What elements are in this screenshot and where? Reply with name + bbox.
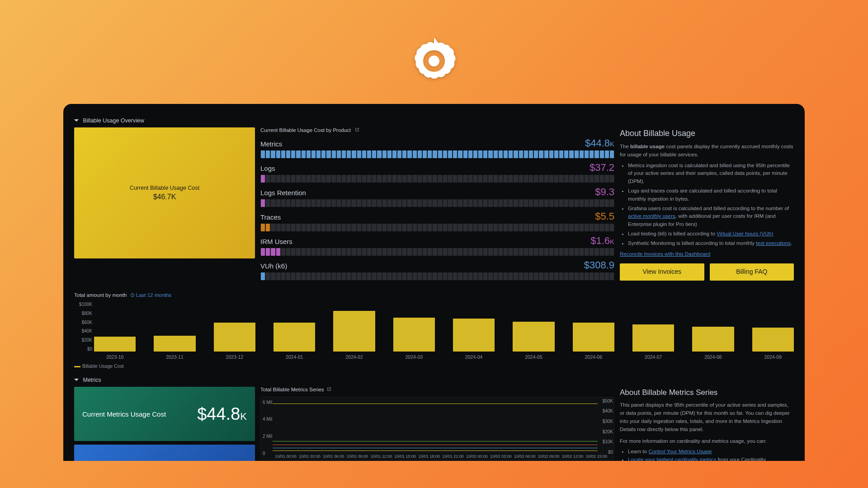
about-title: About Billable Usage [620,127,794,140]
cardinality-link[interactable]: Locate your highest cardinality metrics [628,457,717,461]
monthly-bar[interactable] [453,319,495,352]
product-value: $44.8K [585,137,614,149]
product-bar [260,272,614,280]
vuh-link[interactable]: Virtual User hours (VUh) [717,231,773,236]
view-invoices-button[interactable]: View Invoices [620,263,704,281]
product-bar [260,175,614,183]
active-monthly-users-link[interactable]: active monthly users [628,213,675,219]
chevron-down-icon [74,119,79,122]
monthly-bar[interactable] [154,336,195,352]
about-metrics-series: About Billable Metrics Series This panel… [620,387,794,461]
card-label: Current Metrics Usage Cost [82,410,166,418]
about-billable-usage: About Billable Usage The billable usage … [620,127,794,284]
product-value: $9.3 [595,186,614,198]
control-metrics-link[interactable]: Control Your Metrics Usage [648,449,712,454]
chart-legend: Billable Usage Cost [74,363,794,369]
product-row[interactable]: IRM Users$1.6K [260,235,614,256]
product-bar [260,150,614,158]
monthly-bar[interactable] [274,323,315,352]
product-value: $37.2 [590,162,614,174]
monthly-bar[interactable] [632,324,674,352]
metrics-usage-cost-panel[interactable]: Current Metrics Usage Cost $44.8K [74,387,255,441]
row-title: Billable Usage Overview [83,117,144,124]
panel-title: Total amount by month [74,292,127,298]
product-name: IRM Users [260,238,292,245]
product-row[interactable]: Logs$37.2 [260,162,614,183]
product-bar [260,248,614,256]
monthly-bar[interactable] [214,323,255,352]
time-range[interactable]: ⊙ Last 12 months [130,292,172,298]
big-cost-value: $46.7K [153,193,176,201]
product-name: Logs Retention [260,189,306,197]
monthly-bar[interactable] [692,327,734,352]
big-cost-label: Current Billable Usage Cost [130,185,199,191]
series-line-chart[interactable]: 6 Mil4 Mil2 Mil0$50K$40K$30K$20K$10K$010… [260,397,614,460]
total-billable-series-panel: Total Billable Metrics Series 6 Mil4 Mil… [260,387,614,461]
monthly-bar[interactable] [752,328,794,352]
test-executions-link[interactable]: test executions [756,240,791,246]
product-value: $1.6K [590,235,614,247]
card-value: $44.8K [197,404,247,424]
monthly-bar[interactable] [94,337,136,352]
monthly-bar[interactable] [393,318,435,352]
product-value: $308.9 [584,259,614,271]
usage-by-product-panel: Current Billable Usage Cost by Product M… [260,127,614,284]
grafana-logo-icon [407,34,461,88]
current-billable-usage-cost-panel[interactable]: Current Billable Usage Cost $46.7K [74,127,255,258]
product-row[interactable]: Traces$5.5 [260,211,614,231]
row-metrics[interactable]: Metrics [74,377,794,383]
product-row[interactable]: Logs Retention$9.3 [260,186,614,207]
billing-faq-button[interactable]: Billing FAQ [710,263,794,281]
product-bar [260,199,614,207]
product-value: $5.5 [595,211,614,222]
panel-title: Current Billable Usage Cost by Product [260,127,614,133]
reconcile-link[interactable]: Reconcile Invoices with this Dashboard [620,251,710,257]
chevron-down-icon [74,379,79,381]
svg-point-0 [430,57,438,65]
dashboard: Billable Usage Overview Current Billable… [63,104,805,461]
product-name: VUh (k6) [260,262,287,270]
product-bar [260,224,614,231]
total-by-month-panel: Total amount by month ⊙ Last 12 months $… [74,292,794,369]
product-row[interactable]: Metrics$44.8K [260,137,614,158]
monthly-bar-chart[interactable]: $100K$80K$60K$40K$20K$0 [74,302,794,352]
row-billable-usage[interactable]: Billable Usage Overview [74,117,794,124]
product-name: Logs [260,164,275,172]
external-link-icon[interactable] [327,387,331,392]
row-title: Metrics [83,377,101,383]
monthly-bar[interactable] [513,322,554,352]
monthly-bar[interactable] [333,311,375,352]
billable-metrics-series-panel[interactable]: Current Billable Metrics Series 5.60Mil [74,445,255,461]
product-row[interactable]: VUh (k6)$308.9 [260,259,614,280]
external-link-icon[interactable] [355,127,359,133]
monthly-bar[interactable] [573,323,614,352]
product-name: Metrics [260,140,282,148]
product-name: Traces [260,213,281,221]
